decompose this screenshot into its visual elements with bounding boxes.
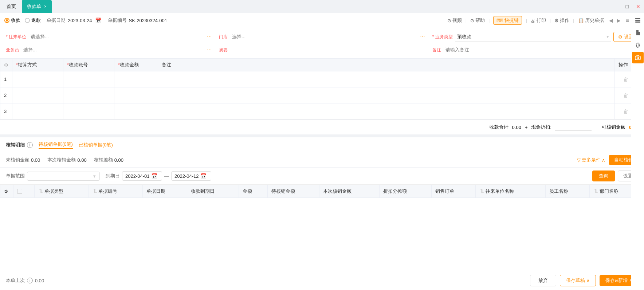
shop-label: 门店 (219, 34, 228, 40)
row2-remark[interactable] (158, 87, 615, 103)
auto-btn-label: 自动核销 (614, 157, 633, 162)
biz-type-value: 预收款 (457, 34, 604, 40)
col-remark-label: 备注 (162, 62, 171, 67)
operation-btn[interactable]: ⚙ 操作 (554, 17, 569, 24)
gear-icon: ⚙ (618, 34, 623, 40)
gear-icon-bottom[interactable]: ⚙ (4, 189, 8, 194)
tab-receipt[interactable]: 收款单 × (22, 0, 52, 13)
col-doc-no: ⇅ 单据编号 (89, 185, 143, 198)
row2-amount[interactable] (114, 87, 158, 103)
row1-account[interactable] (63, 71, 114, 87)
row1-delete-icon[interactable]: 🗑 (623, 77, 628, 82)
row3-settle[interactable] (12, 103, 63, 119)
done-tab[interactable]: 已核销单据(0笔) (79, 142, 113, 148)
radio-refund[interactable]: 退款 (25, 17, 41, 24)
nav-prev[interactable]: ◀ (608, 17, 614, 24)
sidebar-camera-icon[interactable] (632, 52, 644, 63)
radio-refund-circle (25, 18, 30, 23)
section-info-icon[interactable]: i (27, 142, 33, 148)
sidebar-link-icon[interactable] (632, 39, 644, 51)
date-from-input[interactable]: 2022-04-01 📅 (122, 171, 162, 181)
tab-home-label: 首页 (7, 3, 16, 10)
staff-input[interactable] (21, 46, 204, 54)
col-remark: 备注 (158, 59, 615, 71)
chevron-up-icon: ∧ (602, 157, 605, 163)
save-draft-label: 保存草稿 (566, 277, 585, 284)
tab-close-icon[interactable]: × (44, 4, 47, 9)
nav-arrows: ◀ ▶ (608, 17, 622, 24)
biz-type-select[interactable]: 预收款 ▾ (455, 32, 611, 42)
save-draft-btn[interactable]: 保存草稿 ∧ (560, 275, 596, 286)
filter-icon: ▽ (577, 157, 581, 163)
shop-input[interactable] (230, 32, 417, 41)
shortcut-btn[interactable]: ⌨ 快捷键 (493, 16, 522, 25)
row2-settle[interactable] (12, 87, 63, 103)
staff-label: 业务员 (6, 47, 19, 53)
more-conditions-label: 更多条件 (582, 157, 601, 163)
discount-label: 现金折扣: (531, 124, 551, 130)
doc-number-value[interactable]: SK-20230324-001 (129, 18, 168, 23)
video-btn[interactable]: ⊙ 视频 (447, 17, 462, 24)
query-btn-label: 查询 (599, 173, 608, 179)
shop-more-btn[interactable]: ··· (420, 34, 425, 40)
available-label: 可核销金额 (602, 124, 625, 130)
row1-remark[interactable] (158, 71, 615, 87)
maximize-btn[interactable]: □ (624, 3, 631, 10)
doc-date-cal-icon[interactable]: 📅 (94, 17, 102, 23)
doc-date-label: 单据日期 (47, 17, 66, 24)
query-btn[interactable]: 查询 (592, 171, 615, 181)
bottom-table-area: ⚙ ⇅ 单据类型 ⇅ 单据编号 单据日期 (0, 185, 644, 271)
doc-date-value[interactable]: 2023-03-24 (68, 18, 92, 23)
form-row-1: 往来单位 ··· 门店 ··· 业务类型 预收款 ▾ ⚙ 设置 (6, 32, 638, 42)
row3-remark[interactable] (158, 103, 615, 119)
save-draft-arrow: ∧ (586, 278, 590, 283)
sidebar-table-icon[interactable] (632, 15, 644, 26)
partner-more-btn[interactable]: ··· (207, 34, 212, 40)
partner-input[interactable] (28, 32, 204, 41)
diff-value: 0.00 (114, 157, 123, 163)
radio-group: 收款 退款 (4, 17, 41, 24)
tab-home[interactable]: 首页 (1, 0, 21, 13)
abandon-btn[interactable]: 放弃 (530, 275, 556, 286)
close-btn[interactable]: ✕ (634, 3, 643, 10)
range-select[interactable]: ▾ (27, 172, 100, 181)
col-staff-name: 员工名称 (546, 185, 590, 198)
doc-date-field: 单据日期 2023-03-24 📅 (47, 17, 102, 24)
pending-tab[interactable]: 待核销单据(0笔) (39, 141, 73, 149)
table-row: 2 🗑 ⊕ (0, 87, 644, 103)
save-new-label: 保存&新增 (605, 277, 628, 284)
minimize-btn[interactable]: — (611, 3, 621, 10)
date-dash: — (164, 173, 169, 179)
diff-item: 核销差额 0.00 (94, 157, 123, 163)
nav-next[interactable]: ▶ (615, 17, 622, 24)
staff-more-btn[interactable]: ··· (207, 47, 212, 53)
row1-settle[interactable] (12, 71, 63, 87)
row3-account[interactable] (63, 103, 114, 119)
row3-amount[interactable] (114, 103, 158, 119)
layout-btn[interactable]: ≡ (626, 17, 629, 24)
section-title-text: 核销明细 (6, 142, 25, 148)
print-btn[interactable]: 🖨 打印 (531, 17, 546, 24)
date-to-input[interactable]: 2022-04-12 📅 (171, 171, 211, 181)
history-btn[interactable]: 📋 历史单据 (578, 17, 604, 24)
sidebar-doc-icon[interactable] (632, 27, 644, 39)
select-all-checkbox[interactable] (17, 189, 22, 194)
discount-input[interactable] (555, 124, 592, 131)
range-arrow: ▾ (93, 173, 96, 179)
tab-receipt-label: 收款单 (27, 3, 41, 10)
table-settings-icon[interactable]: ⚙ (4, 62, 8, 68)
row1-amount[interactable] (114, 71, 158, 87)
help-btn[interactable]: ⊙ 帮助 (470, 17, 485, 24)
svg-rect-0 (635, 18, 640, 19)
order-info-icon[interactable]: i (27, 278, 33, 283)
done-tab-label: 已核销单据(0笔) (79, 142, 113, 148)
more-conditions-btn[interactable]: ▽ 更多条件 ∧ (577, 157, 605, 163)
radio-collect[interactable]: 收款 (4, 17, 20, 24)
date-to-value: 2022-04-12 (174, 173, 199, 179)
row2-delete-icon[interactable]: 🗑 (623, 93, 628, 98)
row2-account[interactable] (63, 87, 114, 103)
remark-field: 备注 (432, 46, 638, 54)
remark-input[interactable] (443, 46, 638, 54)
row3-delete-icon[interactable]: 🗑 (623, 109, 628, 114)
summary-input[interactable] (230, 46, 425, 54)
